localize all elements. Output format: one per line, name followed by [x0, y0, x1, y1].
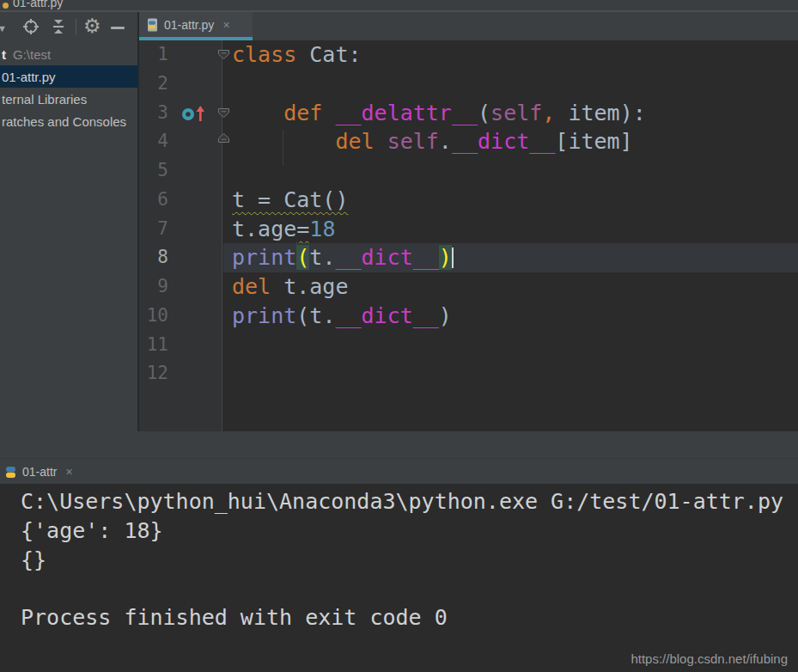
code-token: ( [296, 303, 309, 328]
gutter-icon-cell [168, 70, 223, 99]
code-line[interactable]: 3 def __delattr__(self, item): [139, 99, 798, 128]
code-token: del [335, 129, 387, 154]
line-number: 11 [139, 331, 168, 360]
code-token: . [439, 129, 452, 154]
run-tab-01-attr[interactable]: 01-attr × [0, 459, 82, 485]
run-console[interactable]: C:\Users\python_hui\Anaconda3\python.exe… [0, 484, 798, 672]
project-root-path: G:\test [13, 47, 51, 62]
code-token: self [387, 129, 439, 154]
console-exit-line: Process finished with exit code 0 [21, 603, 798, 632]
code-text [223, 156, 798, 186]
code-rows: 1 class Cat: 2 3 [139, 40, 798, 388]
console-blank-line [21, 574, 798, 603]
console-output-line: {} [21, 546, 798, 575]
code-text [223, 70, 798, 99]
code-token: __dict__ [335, 245, 438, 270]
dropdown-arrow-icon[interactable]: ▼ [0, 23, 7, 34]
tree-item-external-libraries[interactable]: ternal Libraries [0, 88, 137, 110]
hide-panel-icon[interactable] [111, 27, 125, 29]
code-line[interactable]: 5 [139, 156, 798, 186]
close-tab-icon[interactable]: × [222, 18, 229, 32]
code-token: print [232, 245, 296, 270]
code-token: t = Cat() [232, 187, 348, 212]
tree-root-item[interactable]: t G:\test [0, 43, 137, 65]
code-token: ( [478, 101, 490, 125]
code-token: def [283, 101, 335, 125]
gutter-icon-cell [168, 156, 223, 186]
code-text: t = Cat() [223, 186, 798, 215]
gutter-icon-cell [168, 243, 223, 272]
python-file-icon [145, 18, 159, 32]
settings-gear-icon[interactable]: ⚙ [83, 13, 101, 39]
code-line[interactable]: 4 del self.__dict__[item] [139, 127, 798, 156]
code-line[interactable]: 1 class Cat: [139, 40, 798, 70]
code-line[interactable]: 7 t.age=18 [139, 215, 798, 244]
gutter-icon-cell [168, 272, 223, 302]
code-token: 18 [309, 217, 335, 241]
code-text: del t.age [223, 272, 798, 302]
gutter-icon-cell [168, 127, 223, 156]
line-number: 6 [139, 186, 168, 215]
editor-tab-01-attr[interactable]: 01-attr.py × [139, 12, 253, 40]
collapse-all-icon[interactable] [51, 19, 66, 34]
fold-collapse-icon[interactable] [217, 49, 230, 60]
code-token: ): [620, 101, 646, 125]
code-token: , [542, 101, 555, 125]
gutter-icon-cell [168, 359, 223, 388]
project-panel: ▼ ⚙ t G:\test 01-attr.py [0, 12, 139, 431]
python-run-icon [4, 466, 17, 479]
tree-item-scratches[interactable]: ratches and Consoles [0, 110, 137, 132]
editor-tab-label: 01-attr.py [164, 18, 214, 32]
override-method-icon[interactable] [180, 104, 210, 123]
gutter-icon-cell [168, 40, 223, 70]
code-line[interactable]: 6 t = Cat() [139, 186, 798, 215]
code-token: = [296, 217, 309, 241]
code-text [223, 331, 798, 360]
code-editor[interactable]: 1 class Cat: 2 3 [139, 40, 798, 431]
code-token: t.age [283, 274, 348, 299]
code-token: __dict__ [452, 129, 555, 154]
tree-item-01-attr[interactable]: 01-attr.py [0, 65, 137, 88]
file-icon [3, 3, 9, 9]
code-line[interactable]: 10 print(t.__dict__) [139, 302, 798, 331]
panel-splitter[interactable] [0, 431, 798, 458]
window-title-bar: 01-attr.py [0, 0, 798, 10]
line-number: 7 [139, 215, 168, 244]
code-text [223, 359, 798, 388]
code-line[interactable]: 2 [139, 70, 798, 99]
gutter-icon-cell [168, 99, 223, 128]
code-token [232, 101, 283, 125]
code-token: item [555, 101, 619, 125]
fold-collapse-icon[interactable] [217, 107, 230, 119]
code-token: class [232, 42, 309, 67]
code-token: print [232, 303, 296, 328]
code-text: print(t.__dict__) [223, 302, 798, 331]
code-line[interactable]: 9 del t.age [139, 272, 798, 302]
project-root-name: t [2, 47, 6, 62]
code-token: t. [309, 245, 335, 270]
fold-expand-icon[interactable] [217, 132, 230, 144]
code-line[interactable]: 12 [139, 359, 798, 388]
locate-file-icon[interactable] [22, 18, 40, 35]
line-number: 9 [139, 272, 168, 302]
code-text: class Cat: [223, 40, 798, 70]
close-run-tab-icon[interactable]: × [65, 465, 72, 479]
line-number: 2 [139, 70, 168, 99]
tree-item-label: ratches and Consoles [2, 114, 126, 129]
code-token: __dict__ [335, 303, 438, 328]
code-token: ) [439, 303, 452, 328]
code-token [232, 129, 335, 154]
code-line[interactable]: 11 [139, 331, 798, 360]
line-number: 5 [139, 156, 168, 186]
run-panel-tab-bar: 01-attr × [0, 458, 798, 484]
code-token: Cat: [309, 42, 361, 67]
line-number: 4 [139, 127, 168, 156]
pycharm-window: 01-attr.py ▼ ⚙ t G:\tes [0, 0, 798, 672]
tree-item-label: ternal Libraries [2, 92, 87, 107]
code-line-current[interactable]: 8 print(t.__dict__) [139, 243, 798, 272]
tree-item-label: 01-attr.py [2, 70, 56, 84]
watermark-text: https://blog.csdn.net/ifubing [630, 651, 788, 666]
code-token: self [490, 101, 542, 125]
text-caret [452, 247, 454, 268]
gutter-icon-cell [168, 186, 223, 215]
